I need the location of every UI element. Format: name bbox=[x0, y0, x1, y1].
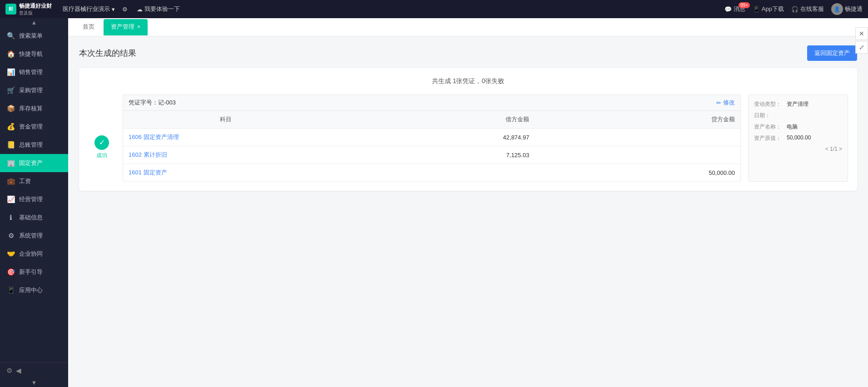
sidebar-item-inventory[interactable]: 📦 库存核算 bbox=[0, 99, 68, 118]
sidebar-item-salary[interactable]: 💼 工资 bbox=[0, 172, 68, 190]
sidebar-label-operations: 经营管理 bbox=[19, 195, 43, 203]
sidebar-item-system[interactable]: ⚙ 系统管理 bbox=[0, 227, 68, 245]
page-header: 本次生成的结果 返回固定资产 bbox=[79, 45, 857, 61]
trial-button[interactable]: ☁ 我要体验一下 bbox=[137, 5, 180, 13]
info-row-original-value: 资产原值： 50,000.00 bbox=[754, 134, 842, 142]
sidebar-icon-quick-nav: 🏠 bbox=[6, 50, 15, 59]
sidebar-icon-search: 🔍 bbox=[6, 31, 15, 40]
success-text: 成功 bbox=[96, 152, 107, 159]
sidebar-item-basic-info[interactable]: ℹ 基础信息 bbox=[0, 208, 68, 227]
tab-asset-management[interactable]: 资产管理× bbox=[104, 19, 148, 35]
table-row: 1601 固定资产 50,000.00 bbox=[123, 164, 741, 182]
credit-cell: 50,000.00 bbox=[535, 164, 740, 182]
sidebar-icon-system: ⚙ bbox=[6, 231, 15, 240]
original-value-label: 资产原值： bbox=[754, 134, 787, 142]
sidebar-label-guide: 新手引导 bbox=[19, 268, 43, 276]
sidebar-item-sales[interactable]: 📊 销售管理 bbox=[0, 63, 68, 81]
subject-cell: 1606 固定资产清理 bbox=[123, 129, 329, 146]
subject-cell: 1602 累计折旧 bbox=[123, 146, 329, 164]
info-pagination[interactable]: < 1/1 > bbox=[754, 146, 842, 152]
page-content: 本次生成的结果 返回固定资产 共生成 1张凭证，0张失败 ✓ 成功 凭证字号：记… bbox=[68, 36, 868, 387]
col-debit-header: 借方金额 bbox=[329, 111, 535, 129]
sidebar-item-search[interactable]: 🔍 搜索菜单 bbox=[0, 27, 68, 45]
sidebar-collapse-button[interactable]: ◀ bbox=[16, 367, 21, 375]
panel-close-button[interactable]: ✕ bbox=[855, 27, 868, 40]
voucher-table: 科目 借方金额 贷方金额 1606 固定资产清理 42,874.97 1602 … bbox=[123, 110, 741, 182]
sidebar-item-guide[interactable]: 🎯 新手引导 bbox=[0, 263, 68, 281]
sidebar-item-enterprise[interactable]: 🤝 企业协同 bbox=[0, 245, 68, 263]
subject-link[interactable]: 1601 固定资产 bbox=[129, 169, 167, 176]
tab-close-asset-management[interactable]: × bbox=[137, 24, 140, 30]
result-card: 共生成 1张凭证，0张失败 ✓ 成功 凭证字号：记-003 ✏ 修改 bbox=[79, 68, 857, 191]
sidebar-icon-guide: 🎯 bbox=[6, 268, 15, 277]
user-menu[interactable]: 👤 畅捷通 bbox=[831, 3, 863, 15]
tab-label-asset-management: 资产管理 bbox=[111, 23, 134, 30]
project-selector[interactable]: 医疗器械行业演示 ▾ bbox=[63, 5, 115, 13]
info-panel: 变动类型： 资产清理 日期： 资产名称： 电脑 资产原值： bbox=[748, 94, 848, 182]
sidebar-label-quick-nav: 快捷导航 bbox=[19, 50, 43, 58]
subject-link[interactable]: 1606 固定资产清理 bbox=[129, 134, 179, 140]
credit-cell bbox=[535, 146, 740, 164]
sidebar-icon-inventory: 📦 bbox=[6, 104, 15, 113]
sidebar-item-quick-nav[interactable]: 🏠 快捷导航 bbox=[0, 45, 68, 63]
settings-button[interactable]: ⚙ bbox=[119, 3, 131, 15]
sidebar-label-system: 系统管理 bbox=[19, 232, 43, 240]
debit-cell bbox=[329, 164, 535, 182]
sidebar-label-fund: 资金管理 bbox=[19, 123, 43, 131]
debit-cell: 7,125.03 bbox=[329, 146, 535, 164]
page-title: 本次生成的结果 bbox=[79, 48, 136, 59]
app-download-button[interactable]: 📱 App下载 bbox=[753, 5, 784, 13]
date-label: 日期： bbox=[754, 112, 787, 119]
back-to-fixed-assets-button[interactable]: 返回固定资产 bbox=[807, 45, 857, 61]
info-row-change-type: 变动类型： 资产清理 bbox=[754, 100, 842, 108]
success-icon: ✓ bbox=[94, 135, 109, 150]
topbar-right: 💬 消息 99+ 📱 App下载 🎧 在线客服 👤 畅捷通 bbox=[724, 3, 863, 15]
panel-expand-button[interactable]: ⤢ bbox=[855, 41, 868, 54]
success-indicator: ✓ 成功 bbox=[88, 94, 115, 182]
sidebar-icon-salary: 💼 bbox=[6, 177, 15, 186]
edit-icon: ✏ bbox=[716, 99, 721, 106]
edit-button[interactable]: ✏ 修改 bbox=[716, 99, 735, 107]
sidebar-icon-basic-info: ℹ bbox=[6, 213, 15, 222]
col-credit-header: 贷方金额 bbox=[535, 111, 740, 129]
sidebar-label-ledger: 总账管理 bbox=[19, 141, 43, 149]
sidebar-label-sales: 销售管理 bbox=[19, 68, 43, 76]
sidebar-label-search: 搜索菜单 bbox=[19, 32, 43, 40]
avatar: 👤 bbox=[831, 3, 843, 15]
sidebar-icon-app-center: 📱 bbox=[6, 286, 15, 295]
logo-sub: 普及版 bbox=[19, 10, 52, 16]
credit-cell bbox=[535, 129, 740, 146]
table-row: 1606 固定资产清理 42,874.97 bbox=[123, 129, 741, 146]
sidebar-label-fixed-assets: 固定资产 bbox=[19, 159, 43, 167]
sidebar-bottom: ⚙ ◀ bbox=[0, 362, 68, 378]
sidebar-settings-icon[interactable]: ⚙ bbox=[6, 367, 12, 375]
sidebar-label-basic-info: 基础信息 bbox=[19, 213, 43, 222]
subject-link[interactable]: 1602 累计折旧 bbox=[129, 151, 167, 158]
table-row: 1602 累计折旧 7,125.03 bbox=[123, 146, 741, 164]
sidebar-item-purchase[interactable]: 🛒 采购管理 bbox=[0, 81, 68, 99]
sidebar-icon-purchase: 🛒 bbox=[6, 86, 15, 95]
tab-home[interactable]: 首页 bbox=[75, 19, 102, 35]
sidebar-item-ledger[interactable]: 📒 总账管理 bbox=[0, 136, 68, 154]
sidebar-label-app-center: 应用中心 bbox=[19, 286, 43, 294]
sidebar-label-inventory: 库存核算 bbox=[19, 104, 43, 113]
sidebar-item-app-center[interactable]: 📱 应用中心 bbox=[0, 281, 68, 299]
headset-icon: 🎧 bbox=[791, 6, 799, 13]
sidebar-scroll-up[interactable]: ▲ bbox=[0, 18, 68, 27]
main-layout: ▲ 🔍 搜索菜单 🏠 快捷导航 📊 销售管理 🛒 采购管理 📦 库存核算 💰 资… bbox=[0, 18, 868, 387]
sidebar-icon-fixed-assets: 🏢 bbox=[6, 159, 15, 168]
sidebar-item-fund[interactable]: 💰 资金管理 bbox=[0, 118, 68, 136]
voucher-header: 凭证字号：记-003 ✏ 修改 bbox=[123, 94, 741, 110]
tab-bar: 首页资产管理× bbox=[68, 18, 868, 36]
sidebar-item-fixed-assets[interactable]: 🏢 固定资产 bbox=[0, 154, 68, 172]
message-button[interactable]: 💬 消息 99+ bbox=[724, 5, 745, 13]
sidebar-label-salary: 工资 bbox=[19, 177, 31, 185]
sidebar-icon-ledger: 📒 bbox=[6, 140, 15, 149]
panel-controls: ✕ ⤢ bbox=[855, 27, 868, 54]
online-service-button[interactable]: 🎧 在线客服 bbox=[791, 5, 824, 13]
change-type-value: 资产清理 bbox=[787, 100, 808, 108]
sidebar-item-operations[interactable]: 📈 经营管理 bbox=[0, 190, 68, 208]
sidebar: ▲ 🔍 搜索菜单 🏠 快捷导航 📊 销售管理 🛒 采购管理 📦 库存核算 💰 资… bbox=[0, 18, 68, 387]
sidebar-scroll-down[interactable]: ▼ bbox=[0, 378, 68, 387]
message-icon: 💬 bbox=[724, 6, 732, 13]
